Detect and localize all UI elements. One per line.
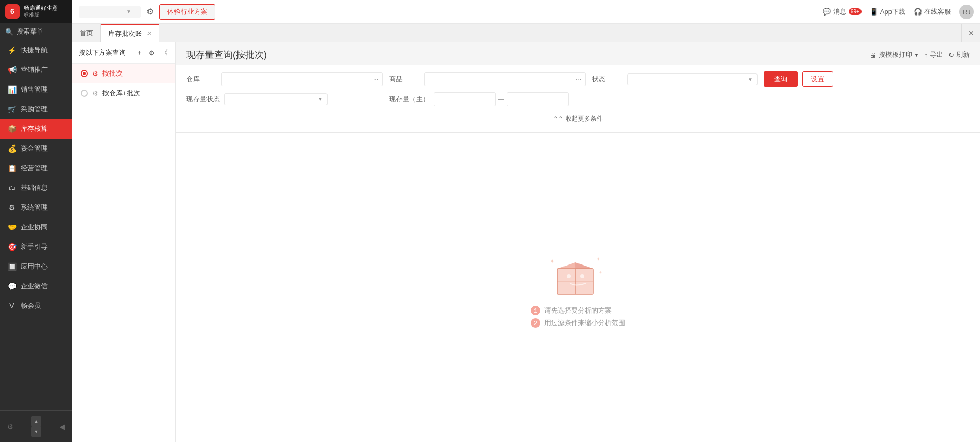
sidebar-item-member[interactable]: V 畅会员 [0, 296, 72, 316]
tab-batch-stock-label: 库存批次账 [108, 29, 142, 38]
sidebar-item-label: 销售管理 [21, 85, 48, 94]
svg-point-4 [567, 274, 571, 278]
sidebar-item-sales[interactable]: 📊 销售管理 [0, 80, 72, 99]
customer-service-button[interactable]: 🎧 在线客服 [914, 7, 951, 17]
sidebar-item-inventory[interactable]: 📦 库存核算 [0, 119, 72, 139]
content-area: 按以下方案查询 ＋ ⚙ 《 ⚙ 按批次 ⚙ 按仓库+批次 [72, 42, 980, 442]
search-menu[interactable]: 🔍 搜索菜单 [0, 23, 72, 40]
collapse-more-label: 收起更多条件 [566, 114, 603, 123]
scroll-down-button[interactable]: ▼ [31, 426, 41, 437]
scheme-batch-icon: ⚙ [92, 70, 98, 78]
svg-text:✦: ✦ [550, 258, 555, 265]
sidebar-collapse-button[interactable]: ◀ [57, 421, 67, 432]
stock-status-select[interactable]: ▼ [224, 93, 328, 105]
hint-number-2: 2 [531, 318, 540, 328]
messages-button[interactable]: 💬 消息 99+ [823, 7, 862, 17]
sidebar-item-label: 畅会员 [21, 301, 41, 311]
product-input[interactable] [429, 73, 576, 86]
scheme-settings-button[interactable]: ⚙ [146, 48, 157, 58]
status-label: 状态 [592, 75, 623, 84]
scheme-item-batch[interactable]: ⚙ 按批次 [72, 64, 175, 83]
sidebar-item-shortcuts[interactable]: ⚡ 快捷导航 [0, 40, 72, 60]
sidebar-item-purchase[interactable]: 🛒 采购管理 [0, 99, 72, 119]
sidebar-item-apps[interactable]: 🔲 应用中心 [0, 257, 72, 276]
user-profile-button[interactable]: Rit [959, 5, 974, 19]
topbar-search-group[interactable]: ▼ [79, 6, 141, 18]
basic-icon: 🗂 [7, 183, 17, 193]
warehouse-more-icon[interactable]: ··· [373, 76, 378, 83]
export-icon: ↑ [925, 51, 928, 59]
radio-batch [81, 70, 88, 77]
product-input-wrapper[interactable]: ··· [424, 72, 586, 86]
left-panel-actions: ＋ ⚙ 《 [134, 48, 169, 58]
sidebar-item-label: 快捷导航 [21, 46, 48, 55]
settings-button[interactable]: 设置 [802, 71, 833, 87]
tab-bar-close-button[interactable]: ✕ [961, 24, 980, 42]
collapse-panel-button[interactable]: 《 [159, 48, 169, 58]
topbar-search-input[interactable] [83, 8, 124, 16]
scroll-up-button[interactable]: ▲ [31, 416, 41, 426]
warehouse-input-wrapper[interactable]: ··· [221, 72, 383, 86]
topbar: ▼ ⚙ 体验行业方案 💬 消息 99+ 📱 App下载 🎧 在线客服 Rit [72, 0, 980, 24]
search-icon: 🔍 [5, 28, 13, 36]
user-name: Rit [963, 9, 970, 15]
page-header: 现存量查询(按批次) 🖨 按模板打印 ▼ ↑ 导出 ↻ 刷新 [176, 42, 980, 65]
tab-home[interactable]: 首页 [72, 24, 101, 42]
guide-icon: 🎯 [7, 242, 17, 252]
stock-qty-field: 现存量（主） — [389, 92, 586, 106]
left-panel-title: 按以下方案查询 [79, 48, 126, 57]
apps-icon: 🔲 [7, 262, 17, 271]
sidebar-item-finance[interactable]: 💰 资金管理 [0, 139, 72, 158]
sidebar-item-operation[interactable]: 📋 经营管理 [0, 158, 72, 178]
left-panel: 按以下方案查询 ＋ ⚙ 《 ⚙ 按批次 ⚙ 按仓库+批次 [72, 42, 176, 442]
status-select[interactable]: ▼ [627, 73, 758, 85]
print-button[interactable]: 🖨 按模板打印 ▼ [870, 50, 919, 60]
sidebar-item-marketing[interactable]: 📢 营销推广 [0, 60, 72, 80]
system-icon: ⚙ [7, 203, 17, 212]
refresh-button[interactable]: ↻ 刷新 [948, 50, 970, 60]
hint-text-2: 用过滤条件来缩小分析范围 [544, 318, 625, 328]
main-area: ▼ ⚙ 体验行业方案 💬 消息 99+ 📱 App下载 🎧 在线客服 Rit [72, 0, 980, 442]
sidebar-item-guide[interactable]: 🎯 新手引导 [0, 237, 72, 257]
sidebar-settings-button[interactable]: ⚙ [5, 421, 16, 432]
collapse-more-button[interactable]: ⌃⌃ 收起更多条件 [186, 111, 970, 126]
messages-label: 消息 [833, 7, 847, 17]
sidebar-item-label: 采购管理 [21, 105, 48, 114]
sidebar-item-wechat[interactable]: 💬 企业微信 [0, 276, 72, 296]
query-button[interactable]: 查询 [764, 71, 798, 87]
app-company: 畅康通好生意 [24, 4, 58, 11]
app-logo: 6 [5, 4, 20, 19]
stock-qty-min-input[interactable] [434, 92, 496, 106]
sidebar-item-label: 系统管理 [21, 203, 48, 212]
hint-number-1: 1 [531, 306, 540, 315]
experience-industry-button[interactable]: 体验行业方案 [159, 4, 215, 20]
tab-batch-stock[interactable]: 库存批次账 ✕ [101, 24, 159, 42]
settings-icon[interactable]: ⚙ [145, 7, 155, 17]
stock-qty-max-input[interactable] [507, 92, 569, 106]
stock-status-chevron-icon: ▼ [318, 96, 323, 102]
headset-icon: 🎧 [914, 8, 922, 16]
scheme-warehouse-batch-label: 按仓库+批次 [102, 89, 140, 98]
radio-warehouse-batch [81, 90, 88, 97]
stock-status-label: 现存量状态 [186, 95, 220, 104]
add-scheme-button[interactable]: ＋ [134, 48, 144, 58]
product-more-icon[interactable]: ··· [576, 76, 581, 83]
scheme-item-warehouse-batch[interactable]: ⚙ 按仓库+批次 [72, 83, 175, 103]
inventory-icon: 📦 [7, 124, 17, 134]
product-field: 商品 ··· [389, 72, 586, 86]
sidebar-item-collab[interactable]: 🤝 企业协同 [0, 217, 72, 237]
empty-hint-list: 1 请先选择要分析的方案 2 用过滤条件来缩小分析范围 [531, 306, 625, 328]
sidebar-item-label: 基础信息 [21, 183, 48, 193]
sidebar: 6 畅康通好生意 标准版 🔍 搜索菜单 ⚡ 快捷导航 📢 营销推广 📊 销售管理… [0, 0, 72, 442]
sidebar-item-system[interactable]: ⚙ 系统管理 [0, 198, 72, 217]
wechat-icon: 💬 [7, 282, 17, 291]
main-content: ✦ ✦ ✦ 1 请先选择要分析的方案 2 用过滤条件来缩小分析范围 [176, 133, 980, 442]
sidebar-item-basic[interactable]: 🗂 基础信息 [0, 178, 72, 198]
tab-close-icon[interactable]: ✕ [147, 30, 152, 37]
app-download-button[interactable]: 📱 App下载 [870, 7, 905, 17]
sidebar-item-label: 新手引导 [21, 242, 48, 252]
right-panel: 现存量查询(按批次) 🖨 按模板打印 ▼ ↑ 导出 ↻ 刷新 [176, 42, 980, 442]
warehouse-input[interactable] [226, 73, 373, 86]
tabbar: 首页 库存批次账 ✕ ✕ [72, 24, 980, 42]
export-button[interactable]: ↑ 导出 [925, 50, 944, 60]
